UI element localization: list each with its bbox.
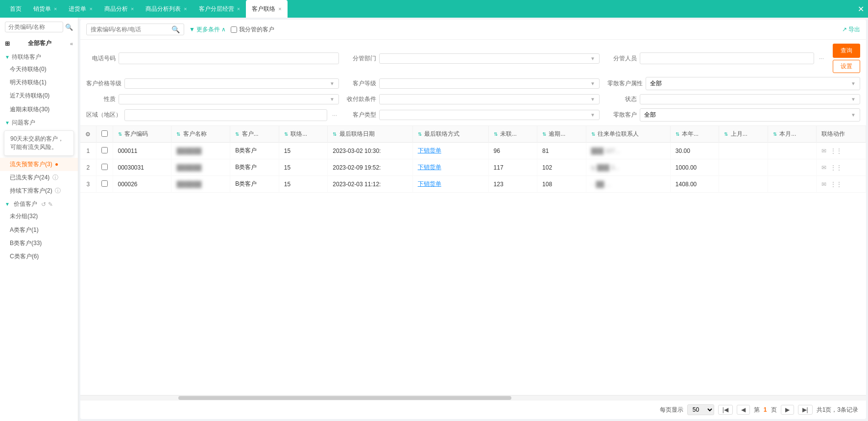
next-page-button[interactable]: ▶ <box>781 405 794 415</box>
row-checkbox <box>96 143 113 159</box>
status-select[interactable]: ▼ <box>640 94 860 104</box>
my-customers-checkbox[interactable] <box>231 26 237 33</box>
zero-attr-select[interactable]: 全部 ▼ <box>646 77 860 90</box>
th-contact-person[interactable]: ⇅ 往来单位联系人 <box>586 126 670 143</box>
contact-icon[interactable]: ✉ <box>821 148 826 154</box>
search-icon: 🔍 <box>171 25 180 33</box>
tab-purchase[interactable]: 进货单 × <box>63 0 98 18</box>
window-close-button[interactable]: ✕ <box>858 4 864 14</box>
per-page-label: 每页显示 <box>660 406 683 414</box>
zero-customer-select[interactable]: 全部 ▼ <box>640 108 860 122</box>
th-no-contact-days[interactable]: ⇅ 未联... <box>488 126 537 143</box>
manager-dots[interactable]: ··· <box>817 55 826 62</box>
sidebar-item-churn-warning[interactable]: 流失预警客户(3) ● <box>0 158 78 171</box>
sidebar-item-c-class[interactable]: C类客户(6) <box>0 250 78 263</box>
th-contact-count[interactable]: ⇅ 联络... <box>279 126 328 143</box>
contact-icon[interactable]: ✉ <box>821 164 826 171</box>
sidebar-item-declining[interactable]: 持续下滑客户(2) ⓘ <box>0 184 78 198</box>
tab-product-list-close[interactable]: × <box>184 6 187 12</box>
th-type[interactable]: ⇅ 客户... <box>230 126 279 143</box>
b-class-label: B类客户(33) <box>10 240 42 247</box>
more-actions-icon[interactable]: ⋮⋮ <box>830 164 842 171</box>
sidebar-group-problem[interactable]: ▼ 问题客户 <box>0 116 78 128</box>
sidebar-item-ungroup[interactable]: 未分组(32) <box>0 210 78 223</box>
first-page-button[interactable]: |◀ <box>718 405 733 415</box>
customer-type-select[interactable]: ▼ <box>379 110 600 120</box>
row-last-date: 2023-02-09 19:52: <box>328 159 412 176</box>
select-all-checkbox[interactable] <box>101 130 108 137</box>
th-code[interactable]: ⇅ 客户编码 <box>113 126 171 143</box>
sidebar-group-pending[interactable]: ▼ 待联络客户 <box>0 50 78 63</box>
th-last-contact-date[interactable]: ⇅ 最后联络日期 <box>328 126 412 143</box>
row-select-checkbox[interactable] <box>101 147 108 153</box>
tab-home[interactable]: 首页 <box>4 0 27 18</box>
tab-sales-close[interactable]: × <box>54 6 57 12</box>
row-select-checkbox[interactable] <box>101 164 108 170</box>
tab-product-analysis-close[interactable]: × <box>131 6 134 12</box>
more-actions-icon[interactable]: ⋮⋮ <box>830 181 842 188</box>
last-method-link[interactable]: 下销货单 <box>418 147 441 154</box>
dept-select[interactable]: ▼ <box>379 53 600 64</box>
sidebar-item-a-class[interactable]: A类客户(1) <box>0 223 78 237</box>
sidebar-item-tomorrow-pending[interactable]: 明天待联络(1) <box>0 76 78 89</box>
collapse-icon: « <box>70 41 73 47</box>
tab-customer-contact[interactable]: 客户联络 × <box>246 0 287 18</box>
settings-button[interactable]: 设置 <box>833 60 860 73</box>
sidebar-item-today-pending[interactable]: 今天待联络(0) <box>0 63 78 76</box>
tab-customer-contact-close[interactable]: × <box>278 6 281 12</box>
region-dots[interactable]: ··· <box>330 112 339 119</box>
th-overdue-days[interactable]: ⇅ 逾期... <box>537 126 586 143</box>
customer-level-select[interactable]: ▼ <box>379 78 600 89</box>
th-contact-person-label: 往来单位联系人 <box>598 130 639 137</box>
horizontal-scrollbar[interactable] <box>80 395 866 400</box>
sidebar-item-overdue-pending[interactable]: 逾期未联络(30) <box>0 103 78 116</box>
last-method-link[interactable]: 下销货单 <box>418 164 441 171</box>
prev-page-button[interactable]: ◀ <box>737 405 750 415</box>
more-actions-icon[interactable]: ⋮⋮ <box>830 148 842 154</box>
th-last-contact-method[interactable]: ⇅ 最后联络方式 <box>412 126 488 143</box>
price-level-select[interactable]: ▼ <box>124 78 339 89</box>
manager-input[interactable] <box>640 52 814 64</box>
tab-customer-tier-close[interactable]: × <box>237 6 240 12</box>
scrollbar-thumb[interactable] <box>178 396 511 400</box>
row-code: 00030031 <box>113 159 171 176</box>
th-last-month[interactable]: ⇅ 上月... <box>719 126 768 143</box>
sidebar-item-week-pending[interactable]: 近7天待联络(0) <box>0 89 78 102</box>
row-last-method[interactable]: 下销货单 <box>412 143 488 159</box>
row-last-method[interactable]: 下销货单 <box>412 159 488 176</box>
sidebar-search-input[interactable] <box>5 22 63 32</box>
last-method-link[interactable]: 下销货单 <box>418 180 441 187</box>
row-last-method[interactable]: 下销货单 <box>412 176 488 193</box>
per-page-select[interactable]: 50 20 100 <box>687 404 714 415</box>
settings-icon[interactable]: ⚙ <box>85 131 91 138</box>
tab-purchase-close[interactable]: × <box>89 6 92 12</box>
sort-icon-name: ⇅ <box>176 131 180 137</box>
export-button[interactable]: ↗ 导出 <box>842 25 860 34</box>
search-input[interactable] <box>91 26 169 33</box>
tab-product-analysis[interactable]: 商品分析 × <box>98 0 140 18</box>
tab-product-list[interactable]: 商品分析列表 × <box>140 0 193 18</box>
sidebar-all-customers[interactable]: ⊞ 全部客户 « <box>0 36 78 50</box>
edit-icon[interactable]: ✎ <box>48 201 53 208</box>
th-name[interactable]: ⇅ 客户名称 <box>171 126 230 143</box>
last-page-button[interactable]: ▶| <box>798 405 813 415</box>
tab-sales[interactable]: 销货单 × <box>27 0 63 18</box>
th-this-year[interactable]: ⇅ 本年... <box>670 126 719 143</box>
sidebar-tooltip-problem: 90天未交易的客户，可能有流失风险。 <box>4 130 74 156</box>
sidebar-item-churned[interactable]: 已流失客户(24) ⓘ <box>0 171 78 184</box>
sidebar-item-b-class[interactable]: B类客户(33) <box>0 237 78 250</box>
more-conditions-button[interactable]: ▼ 更多条件 ∧ <box>189 25 226 34</box>
phone-input[interactable] <box>119 52 339 64</box>
refresh-icon[interactable]: ↺ <box>41 201 46 208</box>
row-select-checkbox[interactable] <box>101 180 108 187</box>
region-input[interactable] <box>124 109 327 121</box>
payment-select[interactable]: ▼ <box>379 94 600 104</box>
nature-select[interactable]: ▼ <box>119 94 339 104</box>
th-settings[interactable]: ⚙ <box>80 126 96 143</box>
contact-icon[interactable]: ✉ <box>821 181 826 188</box>
sidebar-group-value[interactable]: ▼ 价值客户 ↺ ✎ <box>0 198 78 210</box>
nature-label: 性质 <box>86 95 116 103</box>
tab-customer-tier[interactable]: 客户分层经营 × <box>193 0 246 18</box>
th-this-month[interactable]: ⇅ 本月... <box>768 126 817 143</box>
query-button[interactable]: 查询 <box>833 44 860 58</box>
